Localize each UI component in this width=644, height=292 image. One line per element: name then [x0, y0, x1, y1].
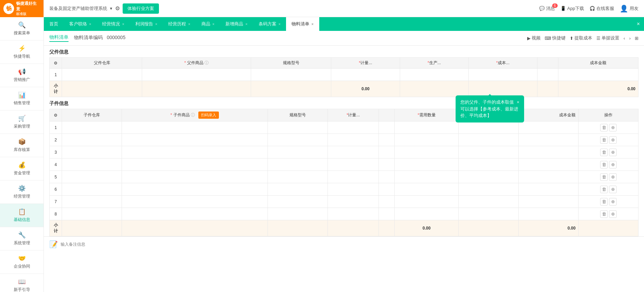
copy-icon-2[interactable]: ⊕: [609, 136, 617, 144]
user-avatar-btn[interactable]: 👤 用友: [620, 4, 639, 13]
child-warehouse-3[interactable]: [62, 146, 122, 159]
view-action[interactable]: ▶ 视频: [527, 35, 541, 41]
delete-icon-2[interactable]: 🗑: [600, 136, 608, 144]
child-info-icon[interactable]: ⓘ: [191, 113, 195, 117]
tab-new-product[interactable]: 新增商品 ×: [220, 17, 253, 31]
child-row-4: 4 🗑 ⊕: [50, 159, 639, 171]
doc-code: 0000005: [107, 35, 126, 40]
sidebar-item-operations[interactable]: ⚙️ 经营管理: [0, 180, 44, 204]
th-child-settings[interactable]: ⚙: [50, 109, 62, 121]
online-service-btn[interactable]: 🎧 在线客服: [590, 5, 614, 12]
page-tab-bom[interactable]: 物料清单: [49, 34, 69, 42]
th-parent-cost-amount: 成本金额: [558, 58, 638, 69]
parent-cost-1[interactable]: [469, 69, 537, 81]
child-spec-1[interactable]: [268, 121, 327, 134]
tab-barcode[interactable]: 条码方案 ×: [253, 17, 286, 31]
note-input[interactable]: [61, 242, 639, 247]
delete-icon-8[interactable]: 🗑: [600, 210, 608, 218]
tab-bom[interactable]: 物料清单 ×: [286, 17, 319, 31]
close-tab-product[interactable]: ×: [212, 22, 214, 26]
child-subtotal-need-qty: 0.00: [395, 220, 459, 236]
delete-icon-4[interactable]: 🗑: [600, 161, 608, 168]
try-button[interactable]: 体验行业方案: [123, 3, 159, 14]
sidebar-item-collab[interactable]: 🤝 企业协同: [0, 250, 44, 274]
app-download-btn[interactable]: 📱 App下载: [560, 5, 584, 12]
note-icon[interactable]: 📝: [49, 240, 58, 248]
content-body: × 您的父件、子件的成本取值可以选择【参考成本、最新进价、平均成本】 父件信息 …: [44, 46, 644, 252]
parent-production-1[interactable]: [400, 69, 469, 81]
close-tab-new-product[interactable]: ×: [245, 22, 247, 26]
message-btn[interactable]: 💬 消息 6: [539, 5, 555, 12]
copy-icon-7[interactable]: ⊕: [609, 198, 617, 206]
tab-customer[interactable]: 客户联络 ×: [64, 17, 97, 31]
copy-icon-8[interactable]: ⊕: [609, 210, 617, 218]
close-tab-history[interactable]: ×: [188, 22, 190, 26]
child-spec-2[interactable]: [268, 134, 327, 146]
delete-icon-6[interactable]: 🗑: [600, 186, 608, 193]
close-tab-barcode[interactable]: ×: [278, 22, 281, 26]
tab-history[interactable]: 经营历程 ×: [163, 17, 196, 31]
settings-gear-icon[interactable]: ⚙: [115, 5, 120, 12]
child-spec-3[interactable]: [268, 146, 327, 159]
parent-warehouse-1[interactable]: [62, 69, 142, 81]
child-quantity-3[interactable]: [327, 146, 379, 159]
shortcut-action[interactable]: ⌨ 快捷键: [545, 35, 566, 41]
delete-icon-7[interactable]: 🗑: [600, 198, 608, 206]
sidebar-item-search[interactable]: 🔍 搜索菜单: [0, 17, 44, 40]
tab-profit[interactable]: 利润报告 ×: [130, 17, 163, 31]
child-product-3[interactable]: [122, 146, 268, 159]
parent-spec-1[interactable]: [251, 69, 331, 81]
child-warehouse-2[interactable]: [62, 134, 122, 146]
child-row-3: 3 🗑 ⊕: [50, 146, 639, 159]
th-parent-quantity: *计量...: [331, 58, 400, 69]
child-quantity-1[interactable]: [327, 121, 379, 134]
delete-icon-3[interactable]: 🗑: [600, 149, 608, 156]
th-parent-warehouse: 父件仓库: [62, 58, 142, 69]
close-tab-profit[interactable]: ×: [155, 22, 157, 26]
tab-operations[interactable]: 经营情况 ×: [97, 17, 129, 31]
scan-btn[interactable]: 扫码录入: [198, 112, 219, 119]
sidebar-item-guide[interactable]: 📖 新手引导: [0, 274, 44, 292]
sidebar-item-system[interactable]: 🔧 系统管理: [0, 227, 44, 250]
sidebar-item-basic-info[interactable]: 📋 基础信息: [0, 204, 44, 227]
copy-icon-4[interactable]: ⊕: [609, 161, 617, 168]
child-product-1[interactable]: [122, 121, 268, 134]
sidebar-item-purchase[interactable]: 🛒 采购管理: [0, 110, 44, 134]
close-all-tabs[interactable]: ×: [633, 21, 644, 27]
child-warehouse-1[interactable]: [62, 121, 122, 134]
tab-home[interactable]: 首页: [44, 17, 64, 31]
child-product-2[interactable]: [122, 134, 268, 146]
close-tab-operations[interactable]: ×: [122, 22, 124, 26]
child-quantity-2[interactable]: [327, 134, 379, 146]
close-tab-customer[interactable]: ×: [89, 22, 91, 26]
tab-product[interactable]: 商品 ×: [196, 17, 220, 31]
child-need-qty-3[interactable]: [395, 146, 459, 159]
parent-quantity-1[interactable]: [331, 69, 400, 81]
delete-icon-5[interactable]: 🗑: [600, 173, 608, 181]
tooltip-close-btn[interactable]: ×: [517, 99, 519, 106]
sidebar-item-inventory[interactable]: 📦 库存核算: [0, 134, 44, 157]
copy-icon-5[interactable]: ⊕: [609, 173, 617, 181]
child-need-qty-1[interactable]: [395, 121, 459, 134]
copy-icon-1[interactable]: ⊕: [609, 124, 617, 131]
th-parent-settings[interactable]: ⚙: [50, 58, 62, 69]
expand-icon[interactable]: ⊞: [635, 36, 639, 41]
close-tab-bom[interactable]: ×: [311, 22, 313, 26]
sidebar-item-marketing[interactable]: 📢 营销推广: [0, 64, 44, 87]
th-child-need-qty: *需用数量: [395, 109, 459, 121]
single-settings-action[interactable]: ☰ 单据设置: [596, 35, 619, 41]
sidebar-item-finance[interactable]: 💰 资金管理: [0, 157, 44, 180]
delete-icon-1[interactable]: 🗑: [600, 124, 608, 131]
sidebar-item-quick-nav[interactable]: ⚡ 快捷导航: [0, 40, 44, 64]
copy-icon-3[interactable]: ⊕: [609, 149, 617, 156]
info-icon[interactable]: ⓘ: [205, 60, 209, 65]
nav-prev[interactable]: ‹: [623, 36, 625, 41]
dropdown-arrow[interactable]: ▾: [110, 6, 112, 11]
child-need-qty-2[interactable]: [395, 134, 459, 146]
extract-cost-action[interactable]: ⬆ 提取成本: [570, 35, 592, 41]
child-section: 子件信息 ⚙ 子件仓库 * 子件商品 ⓘ 扫码录入: [44, 97, 644, 236]
nav-next[interactable]: ›: [629, 36, 631, 41]
parent-product-1[interactable]: [142, 69, 251, 81]
sidebar-item-sales[interactable]: 📊 销售管理: [0, 87, 44, 110]
copy-icon-6[interactable]: ⊕: [609, 186, 617, 193]
